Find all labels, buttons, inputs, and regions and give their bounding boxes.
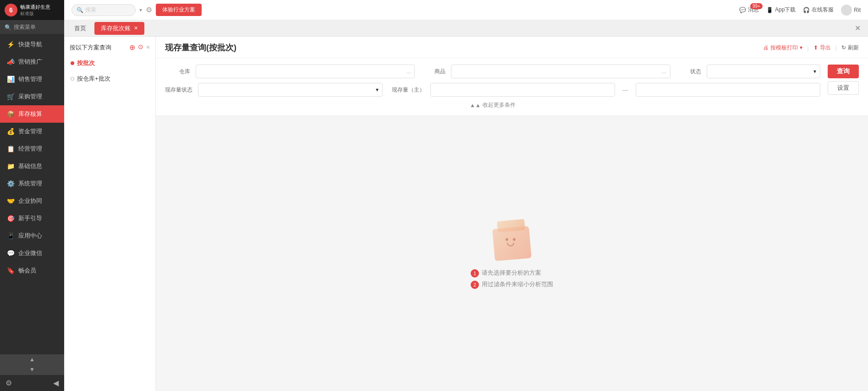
empty-hints: 1 请先选择要分析的方案 2 用过滤条件来缩小分析范围 [471, 269, 553, 289]
warehouse-filter-input[interactable]: ... [196, 65, 415, 78]
sidebar-item-system[interactable]: ⚙️ 系统管理 [0, 175, 64, 192]
export-label: 导出 [820, 44, 831, 52]
experience-industry-button[interactable]: 体验行业方案 [156, 4, 202, 16]
topbar-right: 💬 消息 99+ 📱 App下载 🎧 在线客服 Rit [739, 5, 861, 16]
app-download-btn[interactable]: 📱 App下载 [766, 6, 796, 14]
tab-panel-close-btn[interactable]: ✕ [851, 24, 864, 33]
messages-badge: 99+ [750, 3, 763, 9]
print-template-btn[interactable]: 🖨 按模板打印 ▾ [763, 44, 802, 52]
tab-batch-ledger[interactable]: 库存批次账 ✕ [94, 22, 144, 35]
brand-info: 畅康通好生意 标准版 [20, 4, 50, 16]
filter-collapse-btn[interactable]: ▲▲ 收起更多条件 [165, 101, 820, 109]
goods-more-icon[interactable]: ... [662, 68, 666, 75]
page-title-bar: 现存量查询(按批次) 🖨 按模板打印 ▾ | ⬆ 导出 | ↻ [156, 37, 868, 58]
goods-filter-label: 商品 [420, 68, 445, 76]
sidebar-item-label: 快捷导航 [18, 40, 42, 49]
sidebar-scroll-down[interactable]: ▼ [0, 364, 64, 375]
tab-home[interactable]: 首页 [68, 22, 93, 35]
empty-face [499, 233, 522, 251]
main-area: 🔍 搜索 ▾ ⚙ 体验行业方案 💬 消息 99+ 📱 App下载 🎧 在线客服 [64, 0, 868, 391]
collapse-sidebar-icon[interactable]: ◀ [53, 379, 59, 387]
export-btn[interactable]: ⬆ 导出 [813, 44, 831, 52]
sidebar-scroll-up[interactable]: ▲ [0, 354, 64, 364]
user-avatar-btn[interactable]: Rit [841, 5, 861, 16]
sidebar-item-quick-nav[interactable]: ⚡ 快捷导航 [0, 36, 64, 53]
goods-filter-input[interactable]: ... [451, 65, 670, 78]
sidebar-item-vip[interactable]: 🔖 畅会员 [0, 262, 64, 279]
sidebar-item-sales[interactable]: 📊 销售管理 [0, 71, 64, 88]
status-filter-label: 状态 [676, 68, 701, 76]
app-download-label: App下载 [775, 6, 796, 14]
search-menu-label: 搜索菜单 [14, 23, 36, 31]
inventory-icon: 📦 [6, 110, 15, 118]
filter-row-1: 仓库 ... 商品 ... 状态 [165, 65, 820, 78]
panel-item-by-warehouse-batch[interactable]: 按仓库+批次 [64, 71, 155, 87]
tab-batch-ledger-label: 库存批次账 [101, 24, 131, 33]
filter-area: 仓库 ... 商品 ... 状态 [156, 58, 868, 116]
sidebar-item-enterprise[interactable]: 🤝 企业协同 [0, 192, 64, 210]
empty-hint-2: 2 用过滤条件来缩小分析范围 [471, 280, 553, 289]
right-content: 现存量查询(按批次) 🖨 按模板打印 ▾ | ⬆ 导出 | ↻ [156, 37, 868, 391]
tab-close-icon[interactable]: ✕ [134, 25, 138, 31]
inventory-status-select[interactable]: ▾ [198, 83, 383, 97]
sidebar-item-label: 系统管理 [18, 179, 42, 188]
print-chevron-icon: ▾ [800, 44, 802, 51]
sidebar-item-finance[interactable]: 💰 资金管理 [0, 123, 64, 140]
range-separator: — [621, 87, 630, 93]
topbar-left: 🔍 搜索 ▾ ⚙ 体验行业方案 [71, 4, 735, 16]
topbar-gear-icon[interactable]: ⚙ [146, 5, 152, 14]
sidebar: 6 畅康通好生意 标准版 🔍 搜索菜单 ⚡ 快捷导航 📣 营销推广 📊 销售管理… [0, 0, 64, 391]
topbar-search-text: 搜索 [85, 6, 96, 14]
refresh-btn[interactable]: ↻ 刷新 [841, 44, 859, 52]
avatar [841, 5, 852, 16]
panel-item-label: 按批次 [77, 59, 95, 67]
settings-button[interactable]: 设置 [828, 81, 859, 95]
sidebar-item-marketing[interactable]: 📣 营销推广 [0, 53, 64, 71]
search-menu[interactable]: 🔍 搜索菜单 [0, 21, 64, 34]
hint-num-2: 2 [471, 281, 479, 289]
operations-icon: 📋 [6, 145, 15, 153]
app-center-icon: 📱 [6, 232, 15, 240]
sidebar-item-purchase[interactable]: 🛒 采购管理 [0, 88, 64, 105]
sidebar-item-app-center[interactable]: 📱 应用中心 [0, 227, 64, 244]
panel-collapse-icon[interactable]: « [146, 43, 150, 52]
query-button[interactable]: 查询 [828, 65, 859, 78]
status-filter-select[interactable]: ▾ [707, 65, 820, 78]
enterprise-wx-icon: 💬 [6, 249, 15, 257]
inventory-qty-max-input[interactable] [636, 83, 820, 97]
online-service-label: 在线客服 [812, 6, 834, 14]
panel-item-by-batch[interactable]: 按批次 [64, 55, 155, 71]
messages-btn[interactable]: 💬 消息 99+ [739, 6, 759, 14]
tab-home-label: 首页 [74, 24, 86, 33]
online-service-btn[interactable]: 🎧 在线客服 [803, 6, 834, 14]
sidebar-menu: ⚡ 快捷导航 📣 营销推广 📊 销售管理 🛒 采购管理 📦 库存核算 💰 资金管… [0, 34, 64, 354]
tabbar: 首页 库存批次账 ✕ ✕ [64, 20, 868, 37]
settings-icon[interactable]: ⚙ [5, 379, 12, 387]
sidebar-item-operations[interactable]: 📋 经营管理 [0, 140, 64, 157]
marketing-icon: 📣 [6, 58, 15, 66]
sidebar-item-label: 应用中心 [18, 232, 42, 240]
warehouse-more-icon[interactable]: ... [406, 68, 411, 75]
panel-settings-icon[interactable]: ⊙ [138, 43, 143, 52]
brand-name: 畅康通好生意 [20, 4, 50, 10]
collapse-text: 收起更多条件 [483, 101, 516, 109]
search-icon: 🔍 [5, 24, 11, 31]
inventory-qty-min-input[interactable] [430, 83, 615, 97]
export-icon: ⬆ [813, 44, 818, 51]
sidebar-item-enterprise-wx[interactable]: 💬 企业微信 [0, 244, 64, 262]
sidebar-item-label: 畅会员 [18, 266, 36, 275]
refresh-icon: ↻ [841, 44, 846, 51]
quick-nav-icon: ⚡ [6, 40, 15, 49]
print-template-label: 按模板打印 [770, 44, 798, 52]
sidebar-item-label: 经营管理 [18, 145, 42, 153]
sidebar-item-basic[interactable]: 📁 基础信息 [0, 157, 64, 175]
panel-item-label: 按仓库+批次 [77, 75, 110, 83]
global-search[interactable]: 🔍 搜索 [71, 4, 136, 16]
topbar-search-icon: 🔍 [77, 7, 83, 13]
sidebar-item-inventory[interactable]: 📦 库存核算 [0, 105, 64, 123]
panel-add-icon[interactable]: ⊕ [129, 43, 135, 52]
empty-illustration [489, 218, 535, 260]
purchase-icon: 🛒 [6, 92, 15, 101]
topbar-chevron-icon[interactable]: ▾ [139, 7, 142, 13]
sidebar-item-newbie[interactable]: 🎯 新手引导 [0, 210, 64, 227]
